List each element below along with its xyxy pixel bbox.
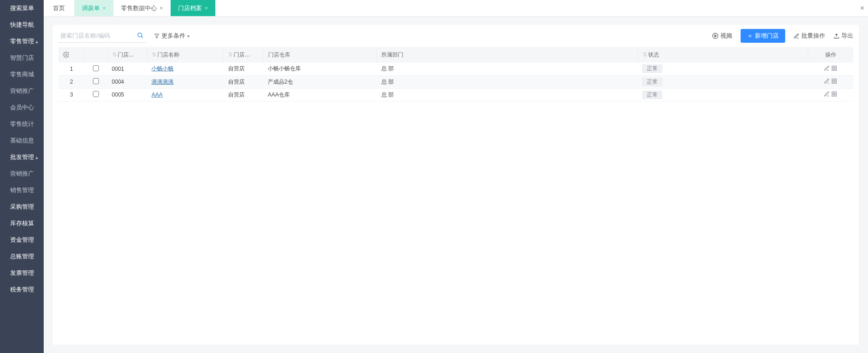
col-store-warehouse[interactable]: 门店仓库 — [263, 47, 377, 63]
col-store-code-label: 门店… — [118, 51, 134, 58]
cell-status: 正常 — [638, 63, 808, 75]
edit-row-icon[interactable] — [824, 91, 830, 97]
export-button[interactable]: 导出 — [834, 32, 853, 40]
row-checkbox[interactable] — [93, 65, 99, 71]
store-name-link[interactable]: AAA — [151, 91, 162, 98]
cell-type: 自营店 — [224, 88, 263, 101]
svg-point-0 — [138, 33, 142, 37]
add-store-label: 新增门店 — [755, 32, 779, 40]
col-store-type[interactable]: ⇅门店… — [224, 47, 263, 63]
sidebar-item-funds[interactable]: 资金管理 — [0, 232, 44, 248]
sidebar-item-purchase[interactable]: 采购管理 — [0, 199, 44, 215]
tab-retail-data-center[interactable]: 零售数据中心 × — [114, 0, 171, 16]
batch-action-button[interactable]: 批量操作 — [793, 32, 825, 40]
cell-warehouse: AAA仓库 — [263, 88, 377, 101]
sidebar-item-ws-sales[interactable]: 销售管理 — [0, 182, 44, 199]
store-name-link[interactable]: 滴滴滴滴 — [151, 79, 173, 85]
cell-name: 小畅小畅 — [147, 63, 224, 75]
sidebar-quicknav[interactable]: 快捷导航 — [0, 17, 44, 33]
edit-row-icon[interactable] — [824, 78, 830, 84]
sidebar-item-smart-store[interactable]: 智慧门店 — [0, 50, 44, 66]
status-badge: 正常 — [642, 91, 662, 99]
more-row-icon[interactable] — [831, 91, 837, 97]
sidebar-item-member-center[interactable]: 会员中心 — [0, 99, 44, 116]
cell-warehouse: 产成品2仓 — [263, 75, 377, 88]
chevron-down-icon: ▾ — [187, 34, 190, 39]
col-store-type-label: 门店… — [234, 51, 250, 58]
sidebar-search-menu[interactable]: 搜索菜单 — [0, 0, 44, 17]
svg-rect-8 — [835, 66, 837, 68]
svg-rect-9 — [832, 68, 834, 70]
add-store-button[interactable]: ＋ 新增门店 — [741, 29, 785, 43]
sidebar-item-ledger[interactable]: 总账管理 — [0, 248, 44, 265]
close-icon[interactable]: × — [205, 5, 208, 11]
svg-rect-15 — [832, 92, 834, 94]
tab-transfer-order-label: 调拨单 — [82, 4, 100, 12]
edit-icon — [793, 33, 799, 39]
sidebar-retail-mgmt[interactable]: 零售管理 ▲ — [0, 33, 44, 50]
caret-up-icon: ▲ — [34, 39, 39, 44]
svg-marker-4 — [715, 35, 717, 37]
sidebar-wholesale-mgmt-label: 批发管理 — [10, 153, 34, 161]
cell-type: 自营店 — [224, 63, 263, 75]
more-row-icon[interactable] — [831, 65, 837, 71]
sidebar-item-invoice[interactable]: 发票管理 — [0, 265, 44, 281]
svg-rect-7 — [832, 66, 834, 68]
more-conditions[interactable]: 更多条件 ▾ — [154, 32, 190, 40]
svg-rect-18 — [835, 95, 837, 97]
col-store-code[interactable]: ⇅门店… — [107, 47, 147, 63]
col-store-name[interactable]: ⇅门店名称 — [147, 47, 224, 63]
col-store-dept[interactable]: 所属部门 — [377, 47, 638, 63]
close-icon[interactable]: × — [160, 5, 163, 11]
col-settings[interactable] — [58, 47, 85, 63]
search-wrap — [58, 29, 146, 43]
sidebar-wholesale-mgmt[interactable]: 批发管理 ▲ — [0, 149, 44, 165]
edit-row-icon[interactable] — [824, 65, 830, 71]
toolbar: 更多条件 ▾ 视频 ＋ 新增门店 批量操作 — [53, 25, 859, 47]
sidebar-item-tax[interactable]: 税务管理 — [0, 281, 44, 298]
cell-index: 1 — [58, 63, 85, 75]
sidebar-item-marketing[interactable]: 营销推广 — [0, 83, 44, 99]
sidebar-item-retail-mall[interactable]: 零售商城 — [0, 66, 44, 83]
plus-icon: ＋ — [747, 32, 753, 40]
sidebar-item-inventory[interactable]: 库存核算 — [0, 215, 44, 232]
tab-transfer-order[interactable]: 调拨单 × — [75, 0, 114, 16]
store-name-link[interactable]: 小畅小畅 — [151, 65, 173, 72]
search-input[interactable] — [58, 29, 146, 43]
close-icon[interactable]: × — [103, 5, 106, 11]
col-store-status[interactable]: ⇅状态 — [638, 47, 808, 63]
col-checkbox — [85, 47, 107, 63]
svg-marker-2 — [155, 34, 159, 38]
sort-icon: ⇅ — [643, 51, 647, 58]
tab-retail-data-center-label: 零售数据中心 — [121, 4, 157, 12]
cell-ops — [808, 63, 853, 75]
cell-dept: 总 部 — [377, 88, 638, 101]
sidebar-item-retail-stats[interactable]: 零售统计 — [0, 116, 44, 132]
row-checkbox[interactable] — [93, 91, 99, 97]
cell-name: 滴滴滴滴 — [147, 75, 224, 88]
close-all-tabs-icon[interactable]: × — [860, 0, 864, 17]
tab-home[interactable]: 首页 — [44, 0, 75, 16]
main: 首页 调拨单 × 零售数据中心 × 门店档案 × × — [44, 0, 868, 353]
svg-rect-12 — [835, 79, 837, 81]
col-ops: 操作 — [808, 47, 853, 63]
more-row-icon[interactable] — [831, 78, 837, 84]
cell-code: 0005 — [107, 88, 147, 101]
cell-checkbox — [85, 63, 107, 75]
cell-index: 3 — [58, 88, 85, 101]
status-badge: 正常 — [642, 78, 662, 86]
cell-warehouse: 小畅小畅仓库 — [263, 63, 377, 75]
filter-icon — [154, 33, 160, 39]
svg-rect-17 — [832, 95, 834, 97]
row-checkbox[interactable] — [93, 78, 99, 84]
sidebar-item-ws-marketing[interactable]: 营销推广 — [0, 165, 44, 182]
video-link[interactable]: 视频 — [712, 32, 732, 40]
cell-status: 正常 — [638, 88, 808, 101]
tab-store-archive[interactable]: 门店档案 × — [171, 0, 216, 16]
search-icon[interactable] — [137, 32, 144, 39]
sidebar-item-basic-info[interactable]: 基础信息 — [0, 132, 44, 149]
table-row: 10001小畅小畅自营店小畅小畅仓库总 部正常 — [58, 63, 853, 75]
video-label: 视频 — [720, 32, 732, 40]
svg-rect-14 — [835, 82, 837, 84]
sort-icon: ⇅ — [112, 51, 117, 58]
